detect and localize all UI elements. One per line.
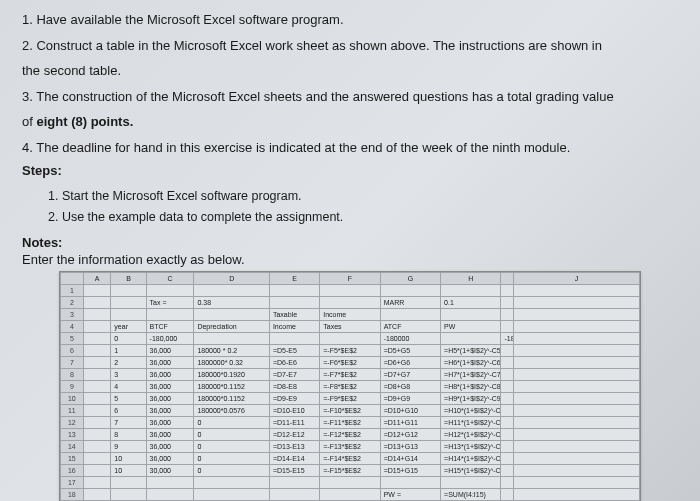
table-row: 2Tax =0.38MARR0.1 — [61, 296, 640, 308]
cell — [83, 344, 111, 356]
cell — [514, 452, 640, 464]
cell: =-F15*$E$2 — [320, 464, 380, 476]
table-row: 161030,0000=D15-E15=-F15*$E$2=D15+G15=H1… — [61, 464, 640, 476]
cell: =-F13*$E$2 — [320, 440, 380, 452]
cell: 36,000 — [146, 416, 194, 428]
cell — [194, 308, 270, 320]
cell: =D12-E12 — [269, 428, 319, 440]
cell: PW = — [380, 488, 440, 500]
cell — [83, 284, 111, 296]
cell — [83, 488, 111, 500]
cell: Income — [269, 320, 319, 332]
cell — [501, 392, 514, 404]
cell: =D9+G9 — [380, 392, 440, 404]
cell: 7 — [111, 416, 146, 428]
cell — [194, 332, 270, 344]
cell — [501, 344, 514, 356]
table-row: 4yearBTCFDepreciationIncomeTaxesATCFPW — [61, 320, 640, 332]
cell — [501, 476, 514, 488]
cell: 180000 * 0.2 — [194, 344, 270, 356]
cell: 36,000 — [146, 440, 194, 452]
cell — [111, 476, 146, 488]
cell — [83, 416, 111, 428]
cell: 10 — [111, 452, 146, 464]
cell: year — [111, 320, 146, 332]
cell — [320, 284, 380, 296]
cell — [514, 392, 640, 404]
cell: 6 — [111, 404, 146, 416]
col-header-G: G — [380, 272, 440, 284]
cell: 2 — [111, 356, 146, 368]
cell — [194, 488, 270, 500]
cell — [146, 284, 194, 296]
cell: =D14+G14 — [380, 452, 440, 464]
cell — [146, 488, 194, 500]
table-row: 3TaxableIncome — [61, 308, 640, 320]
cell — [111, 296, 146, 308]
cell: Depreciation — [194, 320, 270, 332]
cell: 0 — [194, 416, 270, 428]
corner-cell — [61, 272, 84, 284]
excel-sheet: ABCDEFGHJ 12Tax =0.38MARR0.13TaxableInco… — [59, 271, 641, 502]
table-row: 1 — [61, 284, 640, 296]
cell: -180000.00 — [501, 332, 514, 344]
cell — [514, 308, 640, 320]
row-header: 7 — [61, 356, 84, 368]
cell — [320, 332, 380, 344]
notes-text: Enter the information exactly as below. — [22, 252, 678, 267]
row-header: 4 — [61, 320, 84, 332]
row-header: 8 — [61, 368, 84, 380]
row-header: 5 — [61, 332, 84, 344]
cell: =D9-E9 — [269, 392, 319, 404]
cell: =D15-E15 — [269, 464, 319, 476]
row-header: 15 — [61, 452, 84, 464]
cell: Taxable — [269, 308, 319, 320]
cell — [441, 308, 501, 320]
cell: =-F14*$E$2 — [320, 452, 380, 464]
cell — [269, 476, 319, 488]
cell — [269, 284, 319, 296]
cell — [441, 284, 501, 296]
cell: =D11+G11 — [380, 416, 440, 428]
cell — [514, 380, 640, 392]
cell — [514, 416, 640, 428]
col-header-row: ABCDEFGHJ — [61, 272, 640, 284]
cell: 0.38 — [194, 296, 270, 308]
cell — [514, 476, 640, 488]
cell: 0 — [194, 464, 270, 476]
cell: 0 — [111, 332, 146, 344]
cell — [194, 284, 270, 296]
row-header: 11 — [61, 404, 84, 416]
cell: =H9*(1+$I$2)^-C9 — [441, 392, 501, 404]
cell: -180,000 — [146, 332, 194, 344]
table-row: 8336,000180000*0.1920=D7-E7=-F7*$E$2=D7+… — [61, 368, 640, 380]
table-row: 7236,0001800000* 0.32=D6-E6=-F6*$E$2=D6+… — [61, 356, 640, 368]
cell — [501, 464, 514, 476]
cell — [514, 464, 640, 476]
cell — [501, 356, 514, 368]
cell: =-F5*$E$2 — [320, 344, 380, 356]
row-header: 6 — [61, 344, 84, 356]
steps-label: Steps: — [22, 163, 678, 178]
cell: =H10*(1+$I$2)^-C10 — [441, 404, 501, 416]
cell: =-F11*$E$2 — [320, 416, 380, 428]
cell: =D8+G8 — [380, 380, 440, 392]
cell — [83, 368, 111, 380]
cell: 36,000 — [146, 392, 194, 404]
cell — [514, 428, 640, 440]
instruction-3b-prefix: of — [22, 114, 36, 129]
cell — [83, 356, 111, 368]
cell — [501, 416, 514, 428]
cell: =-F9*$E$2 — [320, 392, 380, 404]
table-row: 10536,000180000*0.1152=D9-E9=-F9*$E$2=D9… — [61, 392, 640, 404]
cell: =D6-E6 — [269, 356, 319, 368]
cell — [514, 368, 640, 380]
table-row: 13836,0000=D12-E12=-F12*$E$2=D12+G12=H12… — [61, 428, 640, 440]
instruction-3a: 3. The construction of the Microsoft Exc… — [22, 87, 678, 107]
cell: 36,000 — [146, 344, 194, 356]
cell: -180000 — [380, 332, 440, 344]
cell: =D7-E7 — [269, 368, 319, 380]
cell: 0 — [194, 440, 270, 452]
cell — [320, 296, 380, 308]
row-header: 1 — [61, 284, 84, 296]
